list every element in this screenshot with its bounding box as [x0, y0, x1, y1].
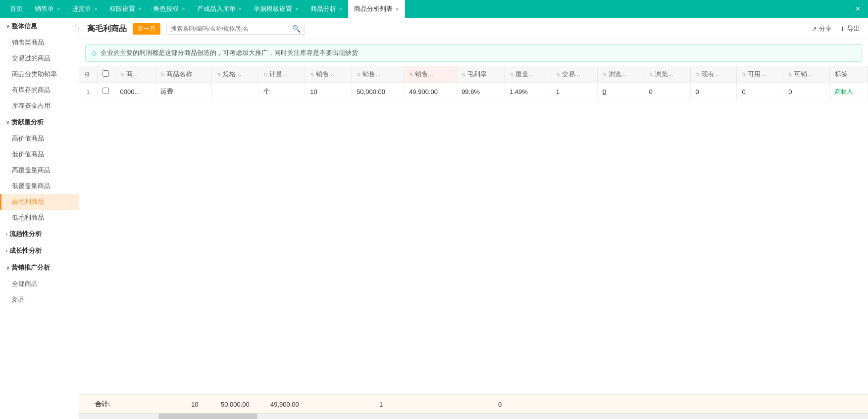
- growth-analysis-arrow-icon: ›: [6, 248, 7, 254]
- nav-product-analysis[interactable]: 商品分析 ×: [305, 0, 348, 18]
- row-sales-qty: 10: [305, 83, 352, 100]
- export-icon: ⤓: [840, 25, 845, 33]
- col-saleable[interactable]: ⇅可销...: [783, 66, 830, 83]
- col-sales-amt[interactable]: ⇅销售...: [352, 66, 404, 83]
- table-row: 1 0000... 运费 个 10 50,000.00 49,900.00 99…: [79, 83, 868, 100]
- sidebar-item-all-products[interactable]: 全部商品: [0, 276, 79, 292]
- col-unit[interactable]: ⇅计量...: [258, 66, 305, 83]
- sidebar-item-high-margin[interactable]: 高毛利商品: [0, 194, 79, 210]
- content-header: 高毛利商品 近一月 🔍 ↗ 分享 ⤓ 导出: [79, 18, 868, 40]
- sidebar-item-high-value[interactable]: 高价值商品: [0, 131, 79, 146]
- select-all-checkbox[interactable]: [102, 70, 109, 77]
- col-sales-profit[interactable]: ⇅销售...: [404, 66, 457, 83]
- sidebar-group-marketing-analysis[interactable]: ∨ 营销推广分析: [0, 259, 79, 276]
- page-title: 高毛利商品: [87, 24, 127, 34]
- header-actions: ↗ 分享 ⤓ 导出: [812, 24, 860, 33]
- sidebar-item-high-coverage[interactable]: 高覆盖量商品: [0, 162, 79, 178]
- footer-gross-rate: [315, 401, 345, 408]
- row-sales-profit: 49,900.00: [404, 83, 457, 100]
- search-input[interactable]: [171, 25, 289, 32]
- row-sales-amt: 50,000.00: [352, 83, 404, 100]
- nav-product-analysis-list[interactable]: 商品分析列表 ×: [348, 0, 405, 18]
- contribution-analysis-arrow-icon: ∨: [6, 120, 9, 125]
- close-product-analysis-list-icon[interactable]: ×: [396, 6, 399, 12]
- row-number: 1: [79, 83, 97, 100]
- row-views1[interactable]: 0: [597, 83, 644, 100]
- time-filter-button[interactable]: 近一月: [133, 23, 160, 35]
- nav-production-inbound[interactable]: 产成品入库单 ×: [191, 0, 248, 18]
- sidebar-item-in-stock-products[interactable]: 有库存的商品: [0, 82, 79, 98]
- col-current-stock[interactable]: ⇅现有...: [690, 66, 737, 83]
- window-close-button[interactable]: ×: [852, 4, 864, 13]
- sidebar-item-category-sales-rate[interactable]: 商品分类助销率: [0, 66, 79, 82]
- col-checkbox[interactable]: [97, 66, 115, 83]
- sidebar-item-low-value[interactable]: 低价值商品: [0, 146, 79, 162]
- close-purchase-order-icon[interactable]: ×: [94, 6, 97, 12]
- col-settings[interactable]: ⚙: [79, 66, 97, 83]
- sidebar-group-flow-analysis[interactable]: › 流趋性分析: [0, 226, 79, 242]
- sidebar-item-low-margin[interactable]: 低毛利商品: [0, 210, 79, 226]
- sidebar-group-contribution-analysis[interactable]: ∨ 贡献量分析: [0, 114, 79, 131]
- col-transactions[interactable]: ⇅交易...: [551, 66, 597, 83]
- horizontal-scrollbar[interactable]: [79, 413, 868, 419]
- content-pane: 高毛利商品 近一月 🔍 ↗ 分享 ⤓ 导出 ◇ 企业的主要的利润都是这部分商品创…: [79, 18, 868, 419]
- row-saleable: 0: [783, 83, 830, 100]
- footer-saleable: [523, 401, 553, 408]
- col-name[interactable]: ⇅商品名称: [155, 66, 212, 83]
- col-available[interactable]: ⇅可用...: [737, 66, 783, 83]
- info-text: 企业的主要的利润都是这部分商品创造的，可考虑加大推广，同时关注库存是不要出现缺货: [101, 48, 358, 57]
- close-role-auth-icon[interactable]: ×: [182, 6, 185, 12]
- footer-sales-profit: 49,900.00: [265, 401, 315, 408]
- row-available: 0: [737, 83, 783, 100]
- search-box: 🔍: [166, 23, 305, 35]
- share-button[interactable]: ↗ 分享: [812, 24, 832, 33]
- row-transactions: 1: [551, 83, 597, 100]
- col-views1[interactable]: ⇅浏览...: [597, 66, 644, 83]
- close-product-analysis-icon[interactable]: ×: [339, 6, 342, 12]
- sidebar-item-sales-products[interactable]: 销售类商品: [0, 35, 79, 50]
- sidebar: « ∨ 整体信息 销售类商品 交易过的商品 商品分类助销率 有库存的商品 库存资…: [0, 18, 79, 419]
- sidebar-group-growth-analysis[interactable]: › 成长性分析: [0, 242, 79, 259]
- flow-analysis-arrow-icon: ›: [6, 232, 7, 237]
- nav-role-auth[interactable]: 角色授权 ×: [147, 0, 191, 18]
- row-gross-rate: 99.8%: [457, 83, 505, 100]
- nav-purchase-order[interactable]: 进货单 ×: [66, 0, 103, 18]
- close-permissions-icon[interactable]: ×: [138, 6, 141, 12]
- col-tag[interactable]: 标签: [830, 66, 868, 83]
- nav-permissions[interactable]: 权限设置 ×: [103, 0, 147, 18]
- sidebar-item-new-products[interactable]: 新品: [0, 292, 79, 308]
- col-code[interactable]: ⇅商...: [115, 66, 155, 83]
- row-checkbox[interactable]: [102, 88, 109, 94]
- footer-views: [404, 401, 434, 408]
- close-production-inbound-icon[interactable]: ×: [239, 6, 242, 12]
- close-sales-order-icon[interactable]: ×: [57, 6, 60, 12]
- footer-total: 合计: 10 50,000.00 49,900.00 1 0: [79, 394, 868, 413]
- footer-coverage: [345, 401, 374, 408]
- scrollbar-thumb[interactable]: [158, 414, 257, 419]
- sidebar-group-overall-info[interactable]: ∨ 整体信息: [0, 18, 79, 35]
- sidebar-item-stock-capital[interactable]: 库存资金占用: [0, 98, 79, 114]
- nav-sales-order[interactable]: 销售单 ×: [29, 0, 66, 18]
- export-button[interactable]: ⤓ 导出: [840, 24, 860, 33]
- col-spec[interactable]: ⇅规格...: [212, 66, 258, 83]
- footer-total-cells: 10 50,000.00 49,900.00 1 0: [186, 401, 860, 408]
- col-views2[interactable]: ⇅浏览...: [644, 66, 690, 83]
- col-coverage[interactable]: ⇅覆盖...: [504, 66, 551, 83]
- row-checkbox-cell[interactable]: [97, 83, 115, 100]
- share-icon: ↗: [812, 25, 817, 33]
- info-icon: ◇: [92, 49, 97, 57]
- col-gross-rate[interactable]: ⇅毛利率: [457, 66, 505, 83]
- row-tag: 高收入: [830, 83, 868, 100]
- row-spec: [212, 83, 258, 100]
- nav-home[interactable]: 首页: [4, 0, 29, 18]
- sidebar-item-traded-products[interactable]: 交易过的商品: [0, 50, 79, 66]
- main-area: « ∨ 整体信息 销售类商品 交易过的商品 商品分类助销率 有库存的商品 库存资…: [0, 18, 868, 419]
- row-unit: 个: [258, 83, 305, 100]
- search-icon[interactable]: 🔍: [292, 25, 301, 33]
- close-template-settings-icon[interactable]: ×: [295, 6, 298, 12]
- footer-current-stock: [463, 401, 493, 408]
- nav-template-settings[interactable]: 单据模板设置 ×: [248, 0, 304, 18]
- table-header-row: ⚙ ⇅商... ⇅商品名称 ⇅规格... ⇅计量... ⇅销售... ⇅销售..…: [79, 66, 868, 83]
- col-sales-qty[interactable]: ⇅销售...: [305, 66, 352, 83]
- sidebar-item-low-coverage[interactable]: 低覆盖量商品: [0, 178, 79, 194]
